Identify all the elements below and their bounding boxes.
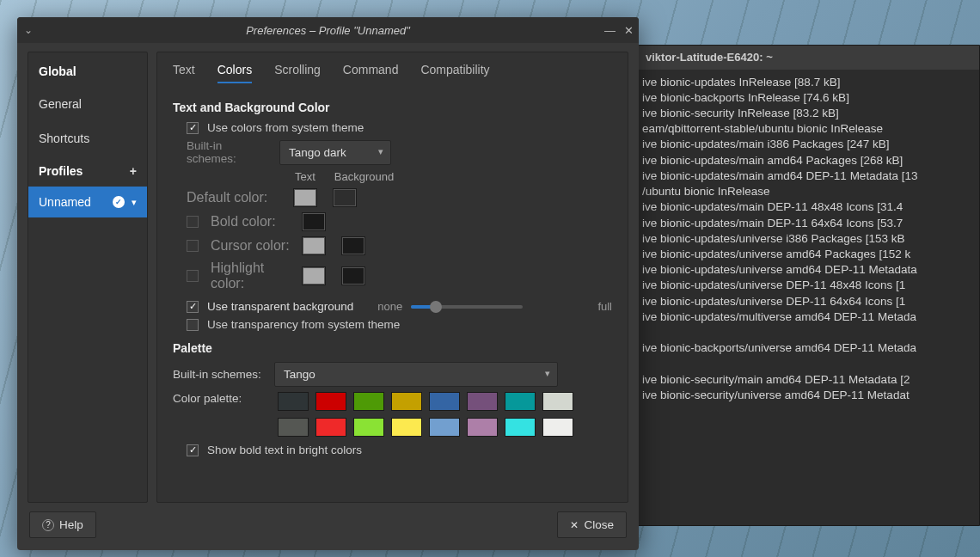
tab-colors[interactable]: Colors xyxy=(217,63,252,83)
palette-swatch-15[interactable] xyxy=(542,418,573,437)
tab-scrolling[interactable]: Scrolling xyxy=(274,63,321,83)
profile-name: Unnamed xyxy=(39,195,91,209)
label-bold-bright: Show bold text in bright colors xyxy=(207,444,362,456)
palette-swatch-6[interactable] xyxy=(505,392,536,411)
help-button-label: Help xyxy=(59,518,83,531)
checkbox-bold-bright[interactable] xyxy=(187,444,199,456)
sidebar-item-general[interactable]: General xyxy=(28,87,147,121)
checkbox-highlight-color[interactable] xyxy=(187,270,199,282)
label-transparent-bg: Use transparent background xyxy=(207,300,353,313)
palette-swatch-1[interactable] xyxy=(315,392,346,411)
window-menu-icon[interactable]: ⌄ xyxy=(24,24,33,36)
sidebar-profile-selected[interactable]: Unnamed ✓ ▾ xyxy=(28,187,147,217)
palette-swatch-4[interactable] xyxy=(429,392,460,411)
label-builtin-schemes: Built-in schemes: xyxy=(187,139,271,165)
palette-swatch-5[interactable] xyxy=(467,392,498,411)
label-full: full xyxy=(597,300,612,313)
sidebar-item-shortcuts[interactable]: Shortcuts xyxy=(28,121,147,156)
palette-swatch-12[interactable] xyxy=(429,418,460,437)
palette-swatch-10[interactable] xyxy=(353,418,384,437)
swatch-default-text[interactable] xyxy=(293,188,317,207)
tab-text[interactable]: Text xyxy=(173,63,195,83)
palette-swatch-7[interactable] xyxy=(542,392,573,411)
main-panel: Text Colors Scrolling Command Compatibil… xyxy=(156,52,628,503)
close-x-icon: ✕ xyxy=(570,519,579,531)
terminal-window: viktor-Latitude-E6420: ~ ive bionic-upda… xyxy=(636,45,980,526)
sidebar-heading-global: Global xyxy=(28,56,147,87)
tab-compatibility[interactable]: Compatibility xyxy=(420,63,489,83)
sidebar: Global General Shortcuts Profiles + Unna… xyxy=(28,52,148,503)
swatch-highlight-bg[interactable] xyxy=(341,266,365,285)
chevron-down-icon[interactable]: ▾ xyxy=(132,197,137,208)
palette-swatch-11[interactable] xyxy=(391,418,422,437)
titlebar: ⌄ Preferences – Profile "Unnamed" — ✕ xyxy=(17,17,639,43)
minimize-icon[interactable]: — xyxy=(604,24,616,37)
checkbox-transparent-bg[interactable] xyxy=(187,301,199,313)
terminal-title: viktor-Latitude-E6420: ~ xyxy=(637,46,979,70)
palette-swatch-13[interactable] xyxy=(467,418,498,437)
label-color-palette: Color palette: xyxy=(173,392,266,405)
close-icon[interactable]: ✕ xyxy=(624,24,634,37)
window-title: Preferences – Profile "Unnamed" xyxy=(17,24,639,37)
palette-swatch-2[interactable] xyxy=(353,392,384,411)
help-icon: ? xyxy=(42,519,54,531)
swatch-bold-text[interactable] xyxy=(302,212,326,231)
checkbox-cursor-color[interactable] xyxy=(187,240,199,252)
checkbox-use-system-colors[interactable] xyxy=(187,122,199,134)
close-button-label: Close xyxy=(584,518,614,531)
swatch-cursor-text[interactable] xyxy=(302,236,326,255)
label-default-color: Default color: xyxy=(187,190,281,205)
section-text-bg: Text and Background Color xyxy=(173,101,612,114)
swatch-highlight-text[interactable] xyxy=(302,266,326,285)
label-highlight-color: Highlight color: xyxy=(211,260,290,291)
transparency-slider[interactable] xyxy=(411,305,523,309)
palette-swatch-8[interactable] xyxy=(278,418,309,437)
col-header-background: Background xyxy=(334,170,394,183)
checkbox-bold-color[interactable] xyxy=(187,216,199,228)
palette-swatch-14[interactable] xyxy=(505,418,536,437)
close-button[interactable]: ✕ Close xyxy=(557,511,627,538)
tab-command[interactable]: Command xyxy=(343,63,399,83)
select-palette-scheme[interactable]: Tango xyxy=(274,362,558,387)
tabs: Text Colors Scrolling Command Compatibil… xyxy=(173,52,612,90)
sidebar-heading-profiles: Profiles xyxy=(39,164,83,178)
label-use-system-colors: Use colors from system theme xyxy=(207,121,364,134)
check-circle-icon: ✓ xyxy=(113,196,125,208)
preferences-dialog: ⌄ Preferences – Profile "Unnamed" — ✕ Gl… xyxy=(17,17,639,550)
palette-swatch-9[interactable] xyxy=(315,418,346,437)
palette-swatch-3[interactable] xyxy=(391,392,422,411)
col-header-text: Text xyxy=(295,170,315,183)
palette-swatch-0[interactable] xyxy=(278,392,309,411)
label-cursor-color: Cursor color: xyxy=(211,238,290,254)
add-profile-icon[interactable]: + xyxy=(130,164,137,178)
label-palette-schemes: Built-in schemes: xyxy=(173,368,266,381)
label-bold-color: Bold color: xyxy=(211,214,290,230)
palette-grid xyxy=(278,392,579,437)
swatch-cursor-bg[interactable] xyxy=(341,236,365,255)
select-color-scheme[interactable]: Tango dark xyxy=(279,140,391,165)
label-transparency-theme: Use transparency from system theme xyxy=(207,318,400,331)
terminal-output: ive bionic-updates InRelease [88.7 kB] i… xyxy=(637,70,979,409)
help-button[interactable]: ? Help xyxy=(29,511,96,538)
section-palette: Palette xyxy=(173,341,612,355)
label-none: none xyxy=(377,300,402,313)
swatch-default-bg[interactable] xyxy=(333,188,357,207)
checkbox-transparency-theme[interactable] xyxy=(187,319,199,331)
